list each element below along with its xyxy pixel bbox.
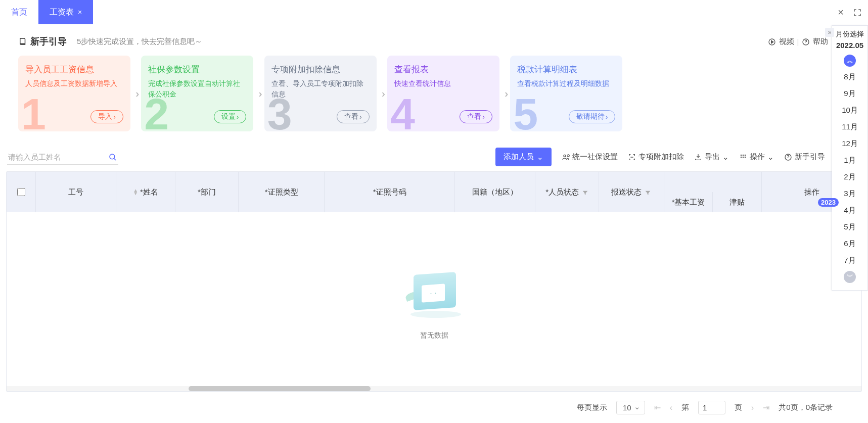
guide-link[interactable]: 新手引导 [784,152,825,162]
month-item[interactable]: 10月 [832,102,867,119]
chevron-right-icon: › [113,113,116,121]
step-btn-label: 查看 [344,112,358,121]
step-1-button[interactable]: 导入› [90,110,123,123]
col-dept[interactable]: *部门 [175,172,239,212]
chevron-down-icon: ⌄ [767,153,774,162]
step-3-button[interactable]: 查看› [337,110,370,123]
play-icon [768,37,776,46]
table-header: 工号 ▲▼*姓名 *部门 *证照类型 *证照号码 国籍（地区） *人员状态 报送… [7,172,861,212]
step-btn-label: 设置 [221,112,236,121]
tab-close-icon[interactable]: × [78,0,82,24]
page-prev-icon[interactable]: ‹ [670,403,672,412]
filter-icon[interactable] [645,188,651,197]
col-report-status[interactable]: 报送状态 [599,172,664,212]
tab-home[interactable]: 首页 [0,0,38,24]
step-number: 3 [267,92,292,136]
step-title: 税款计算明细表 [517,64,615,75]
col-id[interactable]: 工号 [36,172,116,212]
month-item[interactable]: 9月 [832,85,867,102]
page-input[interactable] [698,401,725,414]
add-person-label: 添加人员 [504,152,534,162]
step-2: 社保参数设置 完成社保参数设置自动计算社保公积金 设置› 2 [141,56,253,131]
social-settings-link[interactable]: 统一社保设置 [562,152,618,162]
month-year: 2022.05 [832,40,867,53]
chevron-right-icon: ›› [505,88,505,100]
guide-title-text: 新手引导 [30,35,67,48]
pagination: 每页显示 10 ⇤ ‹ 第 页 › ⇥ 共0页，0条记录 [0,392,868,414]
guide-title: 新手引导 [18,35,67,48]
month-item[interactable]: 7月 [832,252,867,269]
scrollbar-thumb[interactable] [189,386,371,391]
guide-panel: 新手引导 5步快速完成设置，快去完善信息吧～ 视频 | 帮助 × 导入员工工资信… [6,33,862,140]
search-icon[interactable] [108,152,117,162]
month-panel: » 月份选择 2022.05 ︽ 8月9月10月11月12月1月2月3月4月5月… [832,25,868,291]
col-name[interactable]: ▲▼*姓名 [116,172,175,212]
col-nationality[interactable]: 国籍（地区） [455,172,535,212]
month-item[interactable]: 1月 [832,152,867,169]
col-label: 报送状态 [611,187,642,197]
add-person-button[interactable]: 添加人员 ⌄ [495,148,552,166]
month-item[interactable]: 12月 [832,135,867,152]
people-icon [562,153,570,161]
col-allowance[interactable]: 津贴 [713,192,761,212]
month-item[interactable]: 11月 [832,119,867,135]
deduction-link[interactable]: 专项附加扣除 [628,152,684,162]
chevron-right-icon: ›› [135,88,136,100]
select-all-checkbox[interactable] [17,188,25,196]
empty-text: 暂无数据 [420,331,448,340]
svg-point-6 [745,154,746,156]
perpage-label: 每页显示 [577,403,607,412]
col-base-salary[interactable]: *基本工资 [664,192,713,212]
tool-label: 专项附加扣除 [638,152,684,162]
month-scroll-up-icon[interactable]: ︽ [844,55,856,67]
svg-point-3 [564,155,566,157]
col-cnum[interactable]: *证照号码 [325,172,455,212]
page-last-icon[interactable]: ⇥ [763,403,769,412]
export-link[interactable]: 导出 ⌄ [694,152,729,162]
svg-point-9 [745,156,746,158]
step-title: 专项附加扣除信息 [271,64,370,75]
col-person-status[interactable]: *人员状态 [535,172,599,212]
chevron-right-icon: › [237,113,239,121]
page-suffix: 页 [735,403,742,412]
chevron-right-icon: › [606,113,608,121]
video-link[interactable]: 视频 [779,37,794,46]
export-icon [694,153,702,161]
page-next-icon[interactable]: › [751,403,754,412]
page-first-icon[interactable]: ⇤ [654,403,661,412]
col-label: *姓名 [140,187,158,197]
month-item[interactable]: 6月 [832,236,867,252]
tool-label: 统一社保设置 [572,152,618,162]
step-1: 导入员工工资信息 人员信息及工资数据新增导入 导入› 1 [18,56,130,131]
month-item[interactable]: 2月 [832,169,867,185]
step-4-button[interactable]: 查看› [460,110,492,123]
step-number: 2 [144,92,169,136]
perpage-select[interactable]: 10 [616,401,645,414]
horizontal-scrollbar[interactable] [7,386,861,391]
month-scroll-down-icon[interactable]: ︾ [844,271,856,283]
month-item[interactable]: 5月 [832,219,867,236]
step-title: 社保参数设置 [148,64,246,75]
search-input[interactable] [8,153,108,161]
chevron-right-icon: ›› [382,88,382,100]
sort-icon[interactable]: ▲▼ [133,189,138,195]
step-5-button[interactable]: 敬请期待› [569,110,616,123]
tab-salary[interactable]: 工资表 × [38,0,93,24]
book-icon [18,37,27,46]
step-btn-label: 敬请期待 [576,112,605,121]
month-item[interactable]: 8月 [832,69,867,85]
svg-point-2 [110,154,115,159]
fullscreen-icon[interactable] [853,7,862,18]
step-2-button[interactable]: 设置› [214,110,247,123]
help-link[interactable]: 帮助 [813,37,828,46]
operate-link[interactable]: 操作 ⌄ [739,152,774,162]
step-5: 税款计算明细表 查看税款计算过程及明细数据 敬请期待› 5 [510,56,622,131]
filter-icon[interactable] [582,188,588,197]
chevron-down-icon: ⌄ [722,153,729,162]
steps-row: 导入员工工资信息 人员信息及工资数据新增导入 导入› 1 ›› 社保参数设置 完… [6,54,862,140]
close-icon[interactable]: × [838,7,844,18]
tool-label: 导出 [705,152,720,162]
svg-point-8 [743,156,744,158]
help-icon [784,153,792,161]
col-ctype[interactable]: *证照类型 [239,172,325,212]
